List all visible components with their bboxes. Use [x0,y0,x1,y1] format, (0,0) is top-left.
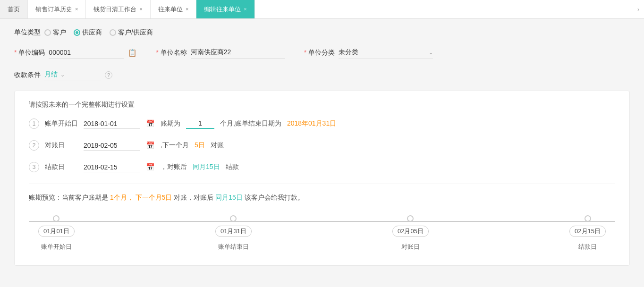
unit-type-group: 单位类型 客户 供应商 客户/供应商 [14,28,153,37]
timeline: 01月01日 账单开始日 01月31日 账单结束日 02月05日 对账日 02月… [29,215,615,251]
tab-edit-partner[interactable]: 编辑往来单位 × [196,0,254,18]
tab-cashier-label: 钱货日清工作台 [93,5,136,14]
radio-supplier-label: 供应商 [82,28,102,37]
tabs-bar: 首页 销售订单历史 × 钱货日清工作台 × 往来单位 × 编辑往来单位 × › [0,0,644,19]
tab-cashier[interactable]: 钱货日清工作台 × [86,0,150,18]
step1-period-end: 2018年01月31日 [287,119,336,128]
unit-name-group: 单位名称 [156,47,285,59]
preview-middle: 下一个月5日 [136,194,172,201]
timeline-dot-0 [53,215,59,222]
payment-terms-arrow-icon: ⌄ [60,72,65,78]
step2-calendar-icon[interactable]: 📅 [146,141,155,150]
unit-category-value: 未分类 [339,48,426,57]
step1-label: 账单开始日 [45,119,78,128]
unit-name-label: 单位名称 [156,49,186,57]
payment-terms-value: 月结 [44,70,58,79]
payment-terms-help-icon[interactable]: ? [105,71,112,79]
unit-category-group: 单位分类 未分类 ⌄ [304,46,433,59]
payment-terms-dropdown[interactable]: 月结 ⌄ [44,68,101,81]
tab-home-label: 首页 [8,5,20,14]
step1-period-prefix: 账期为 [161,119,180,128]
timeline-badge-2: 02月05日 [392,226,429,237]
step1-date-input[interactable] [84,119,140,129]
payment-terms-row: 收款条件 月结 ⌄ ? [14,68,630,81]
payment-terms-group: 收款条件 月结 ⌄ ? [14,68,112,81]
radio-both[interactable]: 客户/供应商 [110,28,153,37]
unit-category-arrow-icon: ⌄ [429,50,433,56]
step3-label: 结款日 [45,163,78,171]
tab-sales-history-label: 销售订单历史 [35,5,72,14]
step3-calendar-icon[interactable]: 📅 [146,163,155,171]
step2-row: 2 对账日 📅 ,下一个月 5日 对账 [29,140,615,151]
radio-customer[interactable]: 客户 [44,28,66,37]
tab-partner-label: 往来单位 [158,5,183,14]
step1-num: 1 [29,118,39,129]
timeline-label-0: 账单开始日 [41,243,72,251]
step1-period-unit: 个月,账单结束日期为 [220,119,281,128]
payment-terms-label: 收款条件 [14,71,41,79]
timeline-node-0: 01月01日 账单开始日 [38,215,75,251]
timeline-dot-2 [407,215,414,222]
preview-prefix: 账期预览：当前客户账期是 [29,194,108,201]
radio-customer-label: 客户 [53,28,66,37]
tab-edit-partner-label: 编辑往来单位 [204,5,241,14]
timeline-node-2: 02月05日 对账日 [392,215,429,251]
tab-cashier-close[interactable]: × [139,7,142,12]
radio-both-label: 客户/供应商 [118,28,153,37]
unit-type-label: 单位类型 [14,28,41,37]
unit-code-input[interactable] [49,47,124,59]
step2-num: 2 [29,140,39,151]
step2-date-input[interactable] [84,141,140,151]
tab-partner[interactable]: 往来单位 × [151,0,196,18]
preview-suffix: 该客户会给我打款。 [245,194,304,201]
card-title: 请按照未来的一个完整帐期进行设置 [29,101,615,109]
step2-suffix-day: 5日 [195,141,205,150]
timeline-dot-1 [230,215,237,222]
content-area: 单位类型 客户 供应商 客户/供应商 单位编码 📋 [0,19,644,287]
radio-supplier[interactable]: 供应商 [74,28,102,37]
step3-row: 3 结款日 📅 ，对账后 同月15日 结款 [29,162,615,172]
tab-scroll-arrow[interactable]: › [633,0,644,18]
step2-suffix-text: 对账 [211,141,224,150]
timeline-node-1: 01月31日 账单结束日 [215,215,252,251]
preview-middle2: 对账，对账后 [174,194,213,201]
step1-period-input[interactable] [186,118,214,129]
tab-sales-history[interactable]: 销售订单历史 × [28,0,86,18]
timeline-dot-3 [585,215,591,222]
timeline-node-3: 02月15日 结款日 [569,215,606,251]
timeline-nodes: 01月01日 账单开始日 01月31日 账单结束日 02月05日 对账日 02月… [38,215,606,251]
timeline-label-3: 结款日 [578,243,597,251]
unit-category-dropdown[interactable]: 未分类 ⌄ [339,46,433,59]
step2-label: 对账日 [45,141,78,150]
radio-customer-circle [44,29,51,36]
unit-name-input[interactable] [191,47,285,59]
tab-home[interactable]: 首页 [0,0,28,18]
settings-card: 请按照未来的一个完整帐期进行设置 1 账单开始日 📅 账期为 个月,账单结束日期… [14,91,630,266]
step2-suffix-prefix: ,下一个月 [161,141,189,150]
step3-num: 3 [29,162,39,172]
tab-partner-close[interactable]: × [186,7,188,12]
preview-end: 同月15日 [215,194,243,201]
unit-info-row: 单位编码 📋 单位名称 单位分类 未分类 ⌄ [14,46,630,59]
timeline-badge-0: 01月01日 [38,226,75,237]
step3-suffix-text: 结款 [226,163,239,171]
radio-supplier-circle [74,29,80,36]
timeline-label-1: 账单结束日 [218,243,249,251]
step3-date-input[interactable] [84,162,140,172]
unit-type-row: 单位类型 客户 供应商 客户/供应商 [14,28,630,37]
timeline-label-2: 对账日 [401,243,420,251]
preview-period: 1个月， [110,194,134,201]
unit-code-copy-icon[interactable]: 📋 [128,49,137,57]
timeline-badge-3: 02月15日 [569,226,606,237]
unit-code-label: 单位编码 [14,49,45,57]
preview-text: 账期预览：当前客户账期是 1个月， 下一个月5日 对账，对账后 同月15日 该客… [29,194,615,202]
step3-suffix-day: 同月15日 [193,163,220,171]
tab-edit-partner-close[interactable]: × [244,7,246,12]
step1-row: 1 账单开始日 📅 账期为 个月,账单结束日期为 2018年01月31日 [29,118,615,129]
unit-code-group: 单位编码 📋 [14,47,137,59]
unit-category-label: 单位分类 [304,49,335,57]
step1-calendar-icon[interactable]: 📅 [146,119,155,128]
radio-both-circle [110,29,116,36]
tab-sales-history-close[interactable]: × [75,7,78,12]
timeline-badge-1: 01月31日 [215,226,252,237]
